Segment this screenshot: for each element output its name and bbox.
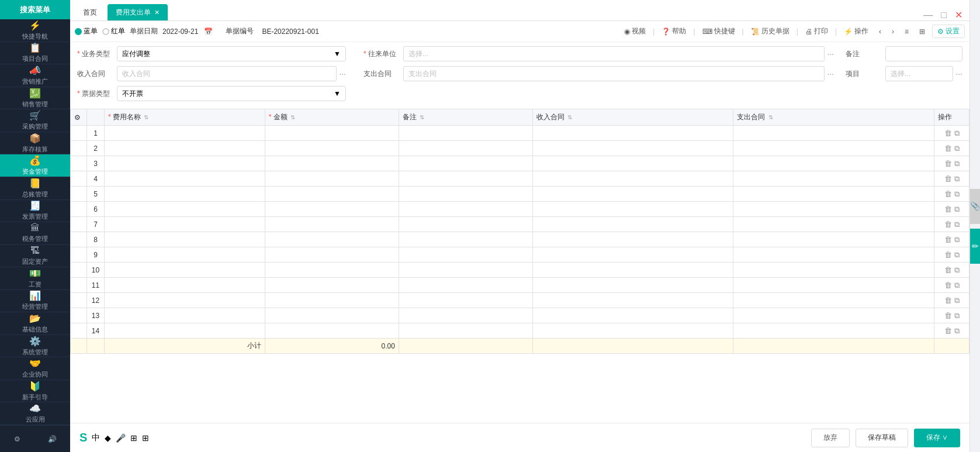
row-remark-7[interactable] xyxy=(399,217,532,232)
sidebar-item-purchase[interactable]: 🛒 采购管理 xyxy=(0,109,70,132)
row-expense-contract-7[interactable] xyxy=(733,217,934,232)
view-list-btn[interactable]: ≡ xyxy=(901,26,912,37)
row-amount-8[interactable] xyxy=(265,232,399,247)
copy-icon-14[interactable]: ⧉ xyxy=(954,326,960,336)
table-header-expense-name[interactable]: * 费用名称 ⇅ xyxy=(105,109,265,126)
radio-blue[interactable]: 蓝单 xyxy=(75,26,98,36)
row-expense-contract-8[interactable] xyxy=(733,232,934,247)
sidebar-item-inventory[interactable]: 📦 库存核算 xyxy=(0,132,70,155)
row-income-contract-1[interactable] xyxy=(532,126,733,141)
radio-red[interactable]: 红单 xyxy=(102,26,125,36)
sort-arrows-amount[interactable]: ⇅ xyxy=(290,114,295,120)
right-tab-edit[interactable]: ✏ xyxy=(970,229,981,264)
delete-icon-14[interactable]: 🗑 xyxy=(944,326,952,336)
delete-icon-3[interactable]: 🗑 xyxy=(944,159,952,168)
sort-arrows-remark[interactable]: ⇅ xyxy=(420,114,424,120)
row-expense-contract-4[interactable] xyxy=(733,171,934,187)
sidebar-item-marketing[interactable]: 📣 营销推广 xyxy=(0,64,70,87)
sort-arrows-expense-contract[interactable]: ⇅ xyxy=(768,114,773,120)
project-input[interactable]: 选择... xyxy=(885,66,953,81)
row-remark-3[interactable] xyxy=(399,156,532,171)
row-remark-2[interactable] xyxy=(399,141,532,156)
row-income-contract-10[interactable] xyxy=(532,263,733,278)
row-remark-5[interactable] xyxy=(399,187,532,202)
delete-icon-5[interactable]: 🗑 xyxy=(944,189,952,199)
delete-icon-11[interactable]: 🗑 xyxy=(944,281,952,290)
sidebar-item-cloud[interactable]: ☁️ 云应用 xyxy=(0,402,70,425)
sidebar-settings-btn[interactable]: ⚙ xyxy=(14,426,20,452)
copy-icon-13[interactable]: ⧉ xyxy=(954,311,960,320)
row-expense-name-4[interactable] xyxy=(105,171,265,187)
delete-icon-2[interactable]: 🗑 xyxy=(944,144,952,153)
video-btn[interactable]: ◉ 视频 xyxy=(621,25,649,37)
row-income-contract-2[interactable] xyxy=(532,141,733,156)
row-income-contract-13[interactable] xyxy=(532,308,733,323)
counterpart-dots[interactable]: ··· xyxy=(827,49,834,58)
sidebar-item-capital[interactable]: 💰 资金管理 xyxy=(0,154,70,177)
table-header-expense-contract[interactable]: 支出合同 ⇅ xyxy=(733,109,934,126)
sidebar-item-invoice[interactable]: 🧾 发票管理 xyxy=(0,200,70,223)
row-income-contract-12[interactable] xyxy=(532,293,733,308)
row-income-contract-4[interactable] xyxy=(532,171,733,187)
shortcut-btn[interactable]: ⌨ 快捷键 xyxy=(699,25,739,37)
row-amount-2[interactable] xyxy=(265,141,399,156)
bottom-icon-1[interactable]: 中 xyxy=(92,433,100,443)
discard-button[interactable]: 放弃 xyxy=(811,429,850,447)
row-income-contract-7[interactable] xyxy=(532,217,733,232)
row-amount-12[interactable] xyxy=(265,293,399,308)
sidebar-item-fixed-assets[interactable]: 🏗 固定资产 xyxy=(0,245,70,268)
tab-expense[interactable]: 费用支出单 ✕ xyxy=(108,4,168,20)
setting-btn[interactable]: ⚙ 设置 xyxy=(932,25,965,38)
delete-icon-4[interactable]: 🗑 xyxy=(944,174,952,184)
table-header-gear[interactable]: ⚙ xyxy=(71,109,87,126)
save-button[interactable]: 保存 ∨ xyxy=(914,429,960,447)
sidebar-item-sys[interactable]: ⚙️ 系统管理 xyxy=(0,335,70,358)
sidebar-item-project-contract[interactable]: 📋 项目合同 xyxy=(0,42,70,65)
delete-icon-13[interactable]: 🗑 xyxy=(944,311,952,320)
delete-icon-8[interactable]: 🗑 xyxy=(944,235,952,244)
sidebar-item-sales[interactable]: 💹 销售管理 xyxy=(0,87,70,110)
row-income-contract-9[interactable] xyxy=(532,247,733,263)
row-expense-contract-14[interactable] xyxy=(733,323,934,339)
row-amount-9[interactable] xyxy=(265,247,399,263)
sidebar-item-quick-nav[interactable]: ⚡ 快捷导航 xyxy=(0,19,70,42)
row-expense-name-2[interactable] xyxy=(105,141,265,156)
row-amount-11[interactable] xyxy=(265,278,399,293)
row-amount-5[interactable] xyxy=(265,187,399,202)
copy-icon-9[interactable]: ⧉ xyxy=(954,250,960,260)
row-income-contract-6[interactable] xyxy=(532,202,733,217)
row-expense-contract-2[interactable] xyxy=(733,141,934,156)
row-remark-10[interactable] xyxy=(399,263,532,278)
table-header-income-contract[interactable]: 收入合同 ⇅ xyxy=(532,109,733,126)
row-remark-6[interactable] xyxy=(399,202,532,217)
sidebar-item-ledger[interactable]: 📒 总账管理 xyxy=(0,177,70,200)
delete-icon-9[interactable]: 🗑 xyxy=(944,250,952,260)
view-grid-btn[interactable]: ⊞ xyxy=(916,26,929,37)
copy-icon-3[interactable]: ⧉ xyxy=(954,159,960,168)
row-remark-4[interactable] xyxy=(399,171,532,187)
nav-next-btn[interactable]: › xyxy=(888,26,898,37)
income-contract-input[interactable]: 收入合同 xyxy=(117,66,337,81)
row-expense-name-9[interactable] xyxy=(105,247,265,263)
history-btn[interactable]: 📜 历史单据 xyxy=(747,25,793,37)
row-expense-name-14[interactable] xyxy=(105,323,265,339)
row-expense-name-5[interactable] xyxy=(105,187,265,202)
window-maximize-btn[interactable]: □ xyxy=(939,10,949,20)
business-type-select[interactable]: 应付调整 ▼ xyxy=(117,46,346,61)
delete-icon-7[interactable]: 🗑 xyxy=(944,220,952,229)
copy-icon-10[interactable]: ⧉ xyxy=(954,265,960,275)
row-remark-13[interactable] xyxy=(399,308,532,323)
row-amount-6[interactable] xyxy=(265,202,399,217)
copy-icon-1[interactable]: ⧉ xyxy=(954,129,960,138)
row-expense-name-3[interactable] xyxy=(105,156,265,171)
remark-input[interactable] xyxy=(885,46,962,61)
delete-icon-1[interactable]: 🗑 xyxy=(944,129,952,138)
row-expense-contract-10[interactable] xyxy=(733,263,934,278)
nav-prev-btn[interactable]: ‹ xyxy=(875,26,885,37)
sidebar-item-basic[interactable]: 📂 基础信息 xyxy=(0,312,70,335)
row-amount-7[interactable] xyxy=(265,217,399,232)
row-income-contract-3[interactable] xyxy=(532,156,733,171)
row-expense-contract-6[interactable] xyxy=(733,202,934,217)
row-amount-14[interactable] xyxy=(265,323,399,339)
row-expense-name-1[interactable] xyxy=(105,126,265,141)
